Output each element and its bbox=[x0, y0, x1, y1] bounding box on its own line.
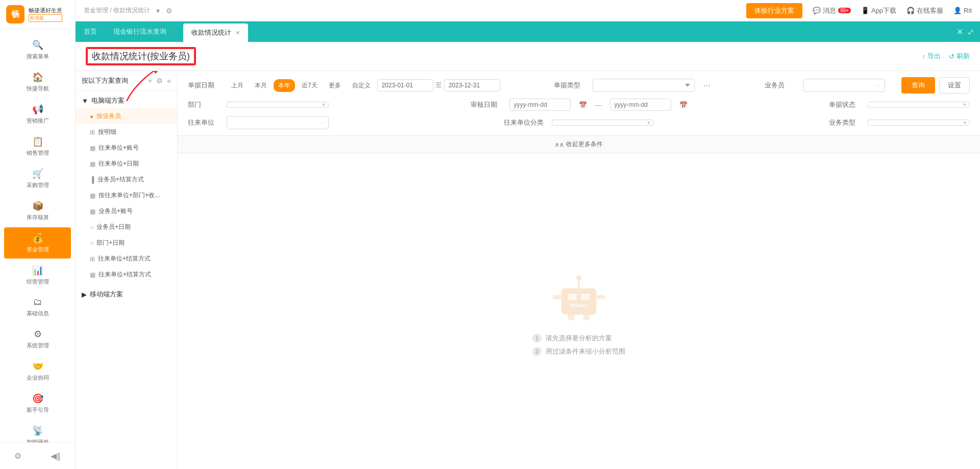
tree-item-salesman-date[interactable]: ○ 业务员+日期 bbox=[76, 219, 177, 235]
svg-rect-2 bbox=[568, 294, 577, 300]
doc-status-select[interactable]: ▾ bbox=[868, 102, 970, 108]
target-icon: 🎯 bbox=[32, 393, 43, 404]
settings-bottom-icon[interactable]: ⚙ bbox=[12, 449, 23, 463]
last-month-shortcut[interactable]: 上月 bbox=[227, 79, 248, 92]
counterparty-category-select[interactable]: ▾ bbox=[552, 120, 654, 126]
tab-home[interactable]: 首页 bbox=[76, 21, 105, 42]
sidebar-item-warehouse[interactable]: 📦 库存核算 bbox=[4, 195, 71, 226]
filter-actions: 查询 设置 bbox=[901, 77, 970, 93]
main-area: 资金管理 / 收款情况统计 ▾ ⚙ 体验行业方案 💬 消息 99+ 📱 App下… bbox=[76, 0, 980, 469]
sidebar-item-basic[interactable]: 🗂 基础信息 bbox=[4, 292, 71, 322]
username-label: Rit bbox=[964, 7, 972, 14]
custom-shortcut[interactable]: 自定义 bbox=[348, 79, 375, 92]
last7-shortcut[interactable]: 近7天 bbox=[297, 79, 322, 92]
sidebar-item-search[interactable]: 🔍 搜索菜单 bbox=[4, 34, 71, 65]
scheme-settings-icon[interactable]: ⚙ bbox=[156, 77, 163, 85]
date-to-input[interactable] bbox=[444, 79, 500, 91]
sidebar-item-sales[interactable]: 📋 销售管理 bbox=[4, 131, 71, 162]
salesman-input[interactable]: ··· bbox=[803, 79, 885, 92]
sidebar-item-label: 新手引导 bbox=[27, 406, 49, 414]
tab-close-window-icon[interactable]: ✕ bbox=[957, 27, 963, 37]
online-service-btn[interactable]: 🎧 在线客服 bbox=[906, 6, 943, 15]
this-year-shortcut[interactable]: 本年 bbox=[274, 79, 295, 92]
collapse-sidebar-icon[interactable]: ◀‖ bbox=[48, 449, 63, 463]
tree-item-label: 部门+日期 bbox=[96, 239, 125, 247]
sidebar-item-newbie[interactable]: 🎯 新手引导 bbox=[4, 388, 71, 419]
tree-group-mobile-title[interactable]: ▶ 移动端方案 bbox=[76, 287, 177, 302]
trial-button[interactable]: 体验行业方案 bbox=[746, 3, 802, 18]
voucher-type-more-icon[interactable]: ··· bbox=[703, 80, 710, 91]
date-separator: 至 bbox=[435, 81, 442, 90]
logo-title: 畅捷通好生意 bbox=[29, 7, 62, 14]
tree-expand-icon: ▼ bbox=[82, 97, 88, 105]
settings-header-icon[interactable]: ⚙ bbox=[166, 7, 173, 15]
counterparty-category-label: 往来单位分类 bbox=[504, 118, 544, 127]
tree-item-by-salesman[interactable]: ● 按业务员 bbox=[76, 108, 177, 124]
chevron-down-icon[interactable]: ▾ bbox=[156, 7, 160, 15]
tree-group-desktop-title[interactable]: ▼ 电脑端方案 bbox=[76, 93, 177, 108]
tree-item-unit-settlement2[interactable]: ▦ 往来单位+结算方式 bbox=[76, 267, 177, 283]
sidebar-item-enterprise[interactable]: 🤝 企业协同 bbox=[4, 356, 71, 387]
tab-close-receipt[interactable]: ✕ bbox=[235, 30, 240, 36]
page-content: 收款情况统计(按业务员) ↑ 导出 ↺ 刷新 bbox=[76, 42, 980, 469]
export-button[interactable]: ↑ 导出 bbox=[922, 52, 941, 61]
sidebar-item-purchase[interactable]: 🛒 采购管理 bbox=[4, 163, 71, 194]
message-btn[interactable]: 💬 消息 99+ bbox=[813, 6, 851, 15]
sidebar-item-label: 智能硬件 bbox=[27, 438, 49, 442]
settings-button[interactable]: 设置 bbox=[939, 77, 970, 93]
tree-item-unit-account[interactable]: ▦ 往来单位+账号 bbox=[76, 140, 177, 156]
collapse-panel-icon[interactable]: « bbox=[167, 77, 171, 85]
tab-maximize-icon[interactable]: ⤢ bbox=[967, 27, 974, 37]
tab-bar: 首页 现金银行流水查询 ✕ 收款情况统计 ✕ ✕ ⤢ bbox=[76, 21, 980, 42]
calendar-to-icon[interactable]: 📅 bbox=[679, 101, 688, 109]
review-date-to-input[interactable] bbox=[610, 99, 671, 111]
receipt-tab-label: 收款情况统计 bbox=[191, 28, 231, 37]
tip-num-2: 2 bbox=[532, 347, 542, 356]
table-icon: ▦ bbox=[90, 145, 95, 152]
headset-icon: 🎧 bbox=[906, 7, 915, 14]
sidebar-item-finance[interactable]: 💰 资金管理 bbox=[4, 227, 71, 259]
tree-item-salesman-settlement[interactable]: ▐ 业务员+结算方式 bbox=[76, 172, 177, 187]
circle-icon: ○ bbox=[90, 224, 93, 231]
logo-area: 畅 畅捷通好生意 标准版 bbox=[0, 0, 75, 29]
tree-item-unit-settlement1[interactable]: ⊞ 往来单位+结算方式 bbox=[76, 251, 177, 267]
empty-state: 1 请先选择要分析的方案 2 用过滤条件来缩小分析范围 bbox=[178, 153, 980, 469]
user-info[interactable]: 👤 Rit bbox=[953, 7, 972, 14]
voucher-type-select[interactable] bbox=[593, 79, 695, 92]
sidebar-item-quicknav[interactable]: 🏠 快捷导航 bbox=[4, 66, 71, 98]
refresh-button[interactable]: ↺ 刷新 bbox=[949, 52, 970, 61]
tree-item-unit-date[interactable]: ▦ 往来单位+日期 bbox=[76, 156, 177, 172]
app-download-btn[interactable]: 📱 App下载 bbox=[861, 6, 896, 15]
tree-mobile-label: 移动端方案 bbox=[90, 290, 123, 299]
bar-chart-icon: ▐ bbox=[90, 176, 94, 183]
calendar-from-icon[interactable]: 📅 bbox=[579, 101, 587, 109]
this-month-shortcut[interactable]: 本月 bbox=[250, 79, 272, 92]
tab-bank[interactable]: 现金银行流水查询 ✕ bbox=[105, 21, 183, 42]
tree-item-unit-dept[interactable]: ▦ 按往来单位+部门+收... bbox=[76, 187, 177, 203]
date-from-input[interactable] bbox=[377, 79, 433, 91]
tree-item-by-detail[interactable]: ⊞ 按明细 bbox=[76, 124, 177, 140]
sidebar-item-operation[interactable]: 📊 经营管理 bbox=[4, 260, 71, 291]
tree-item-dept-date[interactable]: ○ 部门+日期 bbox=[76, 235, 177, 251]
sidebar-item-marketing[interactable]: 📢 营销推广 bbox=[4, 99, 71, 130]
counterparty-input[interactable]: ··· bbox=[227, 116, 329, 129]
voucher-type-select-wrap bbox=[593, 79, 695, 92]
empty-tip-1: 1 请先选择要分析的方案 bbox=[532, 334, 625, 343]
dept-select[interactable]: ▾ bbox=[227, 102, 329, 108]
tree-item-salesman-account[interactable]: ▦ 业务员+账号 bbox=[76, 203, 177, 219]
query-button[interactable]: 查询 bbox=[901, 77, 935, 93]
add-scheme-icon[interactable]: + bbox=[148, 77, 152, 85]
biz-type-select[interactable]: ▾ bbox=[868, 120, 970, 126]
collapse-bar[interactable]: ∧∧ 收起更多条件 bbox=[178, 136, 980, 153]
online-service-label: 在线客服 bbox=[917, 6, 943, 15]
folder-icon: 🗂 bbox=[33, 297, 42, 308]
sidebar-item-iot[interactable]: 📡 智能硬件 bbox=[4, 420, 71, 442]
tab-close-bank[interactable]: ✕ bbox=[170, 29, 175, 35]
table4-icon: ▦ bbox=[90, 208, 95, 215]
review-date-from-input[interactable] bbox=[509, 99, 571, 111]
tab-receipt[interactable]: 收款情况统计 ✕ bbox=[183, 24, 248, 42]
sidebar-item-system[interactable]: ⚙ 系统管理 bbox=[4, 323, 71, 355]
left-panel: 按以下方案查询 + ⚙ « bbox=[76, 71, 178, 469]
right-panel: 单据日期 上月 本月 本年 近7天 更多 自定义 至 bbox=[178, 71, 980, 469]
more-shortcut[interactable]: 更多 bbox=[324, 79, 346, 92]
